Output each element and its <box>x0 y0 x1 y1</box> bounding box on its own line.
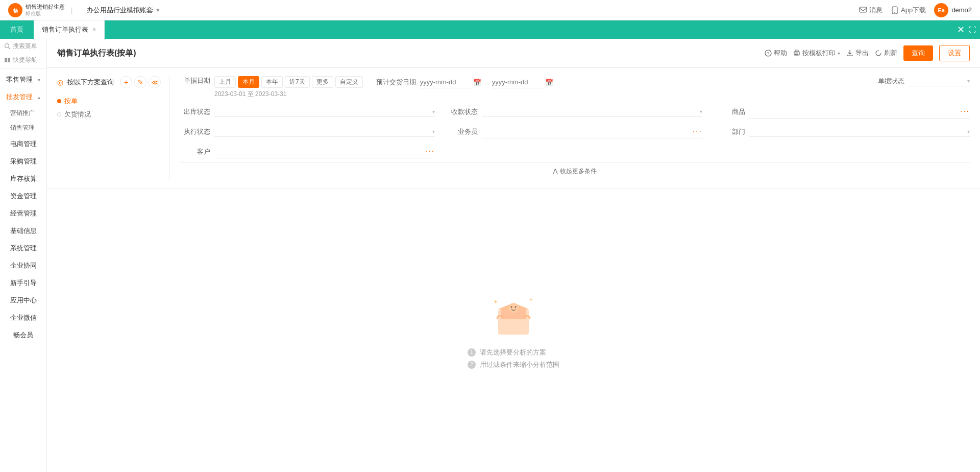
sidebar-item-system[interactable]: 系统管理 <box>0 240 46 257</box>
exec-group: 执行状态 ▾ <box>180 125 435 138</box>
salesman-select[interactable]: ··· <box>482 125 702 138</box>
goods-select[interactable]: ··· <box>749 105 970 119</box>
scheme-item-order[interactable]: 按单 <box>57 95 161 108</box>
sidebar-item-newguide[interactable]: 新手引导 <box>0 274 46 292</box>
close-tab-icon[interactable]: × <box>92 26 96 33</box>
svg-rect-15 <box>795 54 798 55</box>
sidebar-divider <box>0 68 46 69</box>
forecast-to-input[interactable] <box>492 76 543 88</box>
date-btn-thisyear[interactable]: 本年 <box>261 76 283 88</box>
sidebar-item-wholesale[interactable]: 批发管理 ▴ <box>0 88 46 106</box>
date-filter-group: 单据日期 上月 本月 本年 近7天 更多 自定义 20 <box>180 76 363 99</box>
cal-icon1[interactable]: 📅 <box>473 79 481 86</box>
status-group: 单据状态 ▾ <box>874 76 970 86</box>
filter-left: ◎ 按以下方案查询 + ✎ ≪ 按单 欠货情况 <box>57 76 169 180</box>
salesman-group: 业务员 ··· <box>447 125 702 138</box>
sidebar-item-appcenter[interactable]: 应用中心 <box>0 292 46 309</box>
sidebar-item-wechat[interactable]: 企业微信 <box>0 309 46 326</box>
refresh-btn[interactable]: 刷新 <box>875 49 897 58</box>
exec-select[interactable]: ▾ <box>214 127 435 137</box>
tab-home[interactable]: 首页 <box>0 20 34 39</box>
salesman-ellipsis[interactable]: ··· <box>693 127 702 136</box>
sidebar-item-operation[interactable]: 经营管理 <box>0 205 46 222</box>
print-icon <box>793 50 800 57</box>
filter-left-actions: + ✎ ≪ <box>120 76 161 88</box>
date-btn-7days[interactable]: 近7天 <box>285 76 310 88</box>
date-btn-lastmonth[interactable]: 上月 <box>214 76 236 88</box>
dept-select[interactable]: ▾ <box>749 127 970 137</box>
close-window-icon[interactable]: ✕ <box>957 24 965 35</box>
tab-sales-order[interactable]: 销售订单执行表 × <box>34 20 105 39</box>
edit-scheme-btn[interactable]: ✎ <box>134 76 146 88</box>
collapse-left-btn[interactable]: ≪ <box>149 76 161 88</box>
sidebar-group-wholesale: 批发管理 ▴ 营销推广 销售管理 <box>0 88 46 135</box>
status-label: 单据状态 <box>874 77 904 86</box>
customer-ellipsis[interactable]: ··· <box>425 147 435 156</box>
app-download-btn[interactable]: App下载 <box>891 6 926 15</box>
messages-btn[interactable]: 消息 <box>859 6 883 15</box>
svg-text:畅: 畅 <box>13 8 18 13</box>
sidebar-item-finance[interactable]: 资金管理 <box>0 187 46 205</box>
help-icon: ? <box>765 50 772 57</box>
sidebar-item-member[interactable]: 畅会员 <box>0 326 46 344</box>
sidebar-item-retail[interactable]: 零售管理 ▾ <box>0 71 46 88</box>
template-print-btn[interactable]: 按模板打印 ▾ <box>793 49 840 58</box>
sidebar-sub-sales[interactable]: 销售管理 <box>0 121 46 135</box>
settings-btn[interactable]: 设置 <box>939 45 970 61</box>
date-btn-thismonth[interactable]: 本月 <box>238 76 259 88</box>
forecast-from-input[interactable] <box>420 76 471 88</box>
sidebar-item-purchase[interactable]: 采购管理 <box>0 153 46 170</box>
query-btn[interactable]: 查询 <box>903 45 933 61</box>
receive-label: 收款状态 <box>447 107 478 116</box>
forecast-label: 预计交货日期 <box>375 78 416 87</box>
svg-rect-8 <box>8 58 10 60</box>
maximize-icon[interactable]: ⛶ <box>969 26 976 34</box>
retail-arrow: ▾ <box>38 77 40 83</box>
outstock-select[interactable]: ▾ <box>214 107 435 117</box>
sidebar-item-enterprise[interactable]: 企业协同 <box>0 257 46 274</box>
sidebar-item-basic[interactable]: 基础信息 <box>0 222 46 240</box>
sidebar-search[interactable]: 搜索菜单 <box>0 39 46 54</box>
tip2: 2 用过滤条件来缩小分析范围 <box>468 360 559 369</box>
customer-select[interactable]: ··· <box>214 145 435 158</box>
svg-text:?: ? <box>767 51 769 56</box>
status-arrow: ▾ <box>967 78 970 84</box>
export-btn[interactable]: 导出 <box>846 49 869 58</box>
page-suite-title[interactable]: 办公用品行业模拟账套 ▾ <box>87 6 160 15</box>
goods-label: 商品 <box>715 107 745 116</box>
filter-row3: 执行状态 ▾ 业务员 ··· <box>180 125 970 138</box>
tab-bar: 首页 销售订单执行表 × ✕ ⛶ <box>0 20 980 39</box>
date-btn-custom[interactable]: 自定义 <box>335 76 363 88</box>
status-select[interactable]: ▾ <box>909 76 970 86</box>
sidebar-quick-nav[interactable]: 快捷导航 <box>0 54 46 66</box>
goods-ellipsis[interactable]: ··· <box>960 107 970 116</box>
date-btn-more[interactable]: 更多 <box>312 76 333 88</box>
dept-group: 部门 ▾ <box>715 125 970 138</box>
dept-label: 部门 <box>715 127 745 136</box>
user-area[interactable]: Ea demo2 <box>934 3 972 17</box>
logo-text2: 标准版 <box>26 10 65 17</box>
exec-arrow: ▾ <box>432 129 435 134</box>
date-controls: 上月 本月 本年 近7天 更多 自定义 2023-03-01 至 2023-03… <box>214 76 363 99</box>
customer-label: 客户 <box>180 147 210 156</box>
outstock-label: 出库状态 <box>180 107 210 116</box>
sidebar-item-inventory[interactable]: 库存核算 <box>0 170 46 187</box>
export-icon <box>846 50 853 57</box>
receive-select[interactable]: ▾ <box>482 107 702 117</box>
add-scheme-btn[interactable]: + <box>120 76 132 88</box>
sidebar-sub-marketing[interactable]: 营销推广 <box>0 106 46 121</box>
scheme-item-shortage[interactable]: 欠货情况 <box>57 108 161 121</box>
scheme-icon: ◎ <box>57 78 63 86</box>
sidebar-item-ecommerce[interactable]: 电商管理 <box>0 135 46 153</box>
page-header: 销售订单执行表(按单) ? 帮助 按模板打印 ▾ <box>47 39 980 68</box>
collapse-more-btn[interactable]: ⋀ 收起更多条件 <box>180 162 970 180</box>
page-actions: ? 帮助 按模板打印 ▾ <box>765 45 970 61</box>
svg-line-6 <box>9 48 10 49</box>
date-label: 单据日期 <box>180 76 210 85</box>
cal-icon2[interactable]: 📅 <box>545 79 553 86</box>
logo-area[interactable]: 畅 销售进销好生意 标准版 <box>8 3 65 17</box>
print-dropdown-arrow[interactable]: ▾ <box>838 51 840 56</box>
help-btn[interactable]: ? 帮助 <box>765 49 787 58</box>
sidebar-group-retail: 零售管理 ▾ <box>0 71 46 88</box>
section-title: 按以下方案查询 <box>67 78 114 87</box>
